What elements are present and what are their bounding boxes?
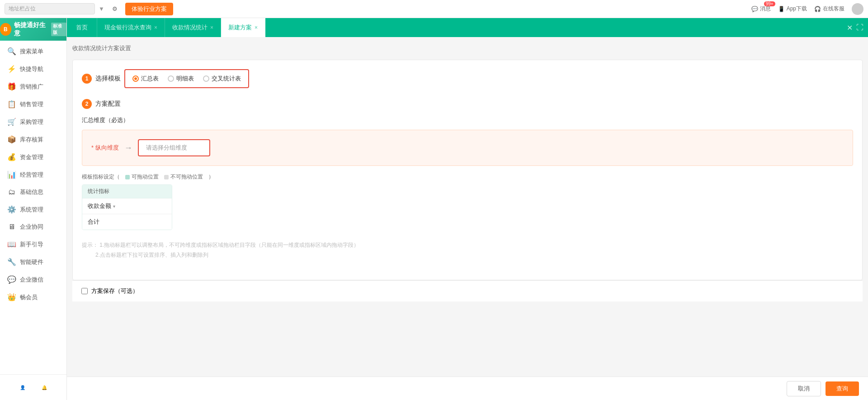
sidebar-item-finance[interactable]: 💰 资金管理 bbox=[0, 148, 66, 166]
search-icon: 🔍 bbox=[7, 47, 16, 56]
metrics-amount-dropdown[interactable]: ▾ bbox=[113, 204, 115, 209]
radio-summary-circle bbox=[132, 75, 139, 82]
settings-icon[interactable]: ⚙ bbox=[108, 2, 122, 16]
tip-prefix: 提示： 1.拖动标题栏可以调整布局，不可跨维度或指标区域拖动栏目字段（只能在同一… bbox=[82, 240, 853, 250]
step1-section: 1 选择模板 汇总表 明细表 bbox=[82, 69, 853, 88]
sidebar-label-basics: 基础信息 bbox=[20, 188, 43, 196]
page-content: 收款情况统计方案设置 1 选择模板 汇总表 bbox=[67, 37, 868, 376]
user-avatar[interactable] bbox=[852, 3, 863, 15]
tab-close-all-icon[interactable]: ✕ bbox=[847, 24, 853, 32]
metrics-total-label: 合计 bbox=[88, 218, 99, 226]
sidebar-item-inventory[interactable]: 📦 库存核算 bbox=[0, 131, 66, 148]
tab-newscheme-close[interactable]: × bbox=[255, 24, 258, 31]
app-download-btn[interactable]: 📱 App下载 bbox=[778, 5, 807, 13]
sidebar-item-guide[interactable]: 📖 新手引导 bbox=[0, 235, 66, 253]
step1-header: 1 选择模板 汇总表 明细表 bbox=[82, 69, 853, 88]
vertical-dimension-label: * 纵向维度 bbox=[91, 144, 119, 152]
metrics-cell-amount[interactable]: 收款金额 ▾ bbox=[82, 198, 172, 214]
sidebar-item-basics[interactable]: 🗂 基础信息 bbox=[0, 184, 66, 201]
wechat-icon: 💬 bbox=[7, 275, 16, 284]
step2-num: 2 bbox=[82, 99, 92, 109]
tab-cashflow-close[interactable]: × bbox=[154, 24, 157, 31]
radio-crosstab[interactable]: 交叉统计表 bbox=[203, 75, 241, 83]
chevron-down-icon[interactable]: ▼ bbox=[99, 5, 104, 12]
industry-btn[interactable]: 体验行业方案 bbox=[125, 3, 173, 15]
basics-icon: 🗂 bbox=[7, 188, 16, 196]
brand-name: 畅捷通好生意 bbox=[14, 21, 47, 38]
save-checkbox[interactable] bbox=[81, 288, 88, 294]
tab-newscheme[interactable]: 新建方案 × bbox=[221, 18, 265, 37]
dimension-select[interactable]: 请选择分组维度 bbox=[138, 139, 210, 156]
url-bar[interactable]: 地址栏占位 bbox=[5, 3, 95, 14]
tab-receipts[interactable]: 收款情况统计 × bbox=[165, 18, 221, 37]
page-title: 收款情况统计方案设置 bbox=[72, 42, 863, 54]
tip1-text: 1.拖动标题栏可以调整布局，不可跨维度或指标区域拖动栏目字段（只能在同一维度或指… bbox=[99, 242, 359, 248]
radio-detail-circle bbox=[168, 75, 174, 82]
tab-receipts-close[interactable]: × bbox=[210, 24, 213, 31]
app-download-label: App下载 bbox=[787, 5, 807, 13]
operations-icon: 📊 bbox=[7, 170, 16, 179]
dimension-area: * 纵向维度 → 请选择分组维度 bbox=[82, 130, 853, 166]
tab-home[interactable]: 首页 bbox=[67, 18, 97, 37]
sidebar-item-system[interactable]: ⚙️ 系统管理 bbox=[0, 201, 66, 218]
message-btn[interactable]: 💬 消息 99+ bbox=[751, 5, 771, 13]
sidebar-item-search[interactable]: 🔍 搜索菜单 bbox=[0, 42, 66, 60]
tip2-text: 2.点击标题栏下拉可设置排序、插入列和删除列 bbox=[95, 252, 208, 258]
guide-icon: 📖 bbox=[7, 240, 16, 249]
arrow-icon: → bbox=[124, 143, 132, 153]
sidebar-label-member: 畅会员 bbox=[20, 293, 38, 301]
radio-detail[interactable]: 明细表 bbox=[168, 75, 194, 83]
sidebar-label-operations: 经营管理 bbox=[20, 171, 43, 179]
bottom-icon1: 👤 bbox=[20, 385, 25, 390]
no-drag-dot bbox=[164, 175, 169, 179]
sidebar-item-purchase[interactable]: 🛒 采购管理 bbox=[0, 113, 66, 131]
query-button[interactable]: 查询 bbox=[826, 381, 859, 396]
sidebar-label-quicknav: 快捷导航 bbox=[20, 65, 43, 73]
member-icon: 👑 bbox=[7, 293, 16, 301]
metrics-setting-label: 模板指标设定（ bbox=[82, 173, 120, 181]
sidebar-label-system: 系统管理 bbox=[20, 206, 43, 214]
tips-section: 提示： 1.拖动标题栏可以调整布局，不可跨维度或指标区域拖动栏目字段（只能在同一… bbox=[82, 240, 853, 260]
radio-detail-label: 明细表 bbox=[176, 75, 194, 83]
sidebar-label-guide: 新手引导 bbox=[20, 240, 43, 249]
headset-icon: 🎧 bbox=[814, 6, 821, 12]
sidebar-item-marketing[interactable]: 🎁 营销推广 bbox=[0, 78, 66, 95]
tab-cashflow[interactable]: 现金银行流水查询 × bbox=[97, 18, 165, 37]
finance-icon: 💰 bbox=[7, 153, 16, 161]
sidebar-item-hardware[interactable]: 🔧 智能硬件 bbox=[0, 253, 66, 271]
sidebar-label-finance: 资金管理 bbox=[20, 153, 43, 161]
sidebar-label-hardware: 智能硬件 bbox=[20, 258, 43, 266]
cancel-button[interactable]: 取消 bbox=[787, 381, 821, 396]
step2-section: 2 方案配置 汇总维度（必选） * 纵向维度 → 请选择分组维度 bbox=[82, 99, 853, 260]
tab-maximize-icon[interactable]: ⛶ bbox=[856, 24, 863, 32]
sidebar-item-operations[interactable]: 📊 经营管理 bbox=[0, 166, 66, 184]
metrics-section: 模板指标设定（ 可拖动位置 不可拖动位置 ） bbox=[82, 173, 853, 231]
bottom-icon2: 🔔 bbox=[42, 385, 47, 390]
online-service-label: 在线客服 bbox=[823, 5, 844, 13]
radio-crosstab-circle bbox=[203, 75, 209, 82]
sidebar-bottom-item1[interactable]: 👤 bbox=[14, 378, 32, 396]
sidebar-bottom-item2[interactable]: 🔔 bbox=[35, 378, 53, 396]
metrics-header-row: 统计指标 bbox=[82, 185, 172, 198]
sidebar-label-marketing: 营销推广 bbox=[20, 83, 43, 91]
sidebar-item-cooperation[interactable]: 🖥 企业协同 bbox=[0, 218, 66, 235]
sidebar-item-member[interactable]: 👑 畅会员 bbox=[0, 288, 66, 306]
dimension-section-label: 汇总维度（必选） bbox=[82, 116, 853, 124]
sidebar-item-quicknav[interactable]: ⚡ 快捷导航 bbox=[0, 60, 66, 78]
save-section: 方案保存（可选） bbox=[72, 280, 863, 301]
online-service-btn[interactable]: 🎧 在线客服 bbox=[814, 5, 844, 13]
radio-summary-label: 汇总表 bbox=[141, 75, 159, 83]
radio-summary[interactable]: 汇总表 bbox=[132, 75, 159, 83]
sidebar-nav: 🔍 搜索菜单 ⚡ 快捷导航 🎁 营销推广 📋 销售管理 🛒 采购管理 📦 bbox=[0, 41, 66, 374]
top-header-left: 地址栏占位 ▼ ⚙ 体验行业方案 bbox=[5, 2, 751, 16]
footer-bar: 取消 查询 bbox=[67, 376, 868, 400]
dimension-row: * 纵向维度 → 请选择分组维度 bbox=[91, 139, 844, 156]
top-header-right: 💬 消息 99+ 📱 App下载 🎧 在线客服 bbox=[751, 3, 863, 15]
inventory-icon: 📦 bbox=[7, 135, 16, 144]
metrics-header-label: 统计指标 bbox=[88, 188, 109, 194]
sidebar-label-cooperation: 企业协同 bbox=[20, 223, 43, 231]
template-section: 汇总表 明细表 交叉统计表 bbox=[124, 69, 249, 88]
sidebar-item-wechat[interactable]: 💬 企业微信 bbox=[0, 271, 66, 288]
brand-icon: B bbox=[0, 23, 11, 36]
sidebar-item-sales[interactable]: 📋 销售管理 bbox=[0, 95, 66, 113]
